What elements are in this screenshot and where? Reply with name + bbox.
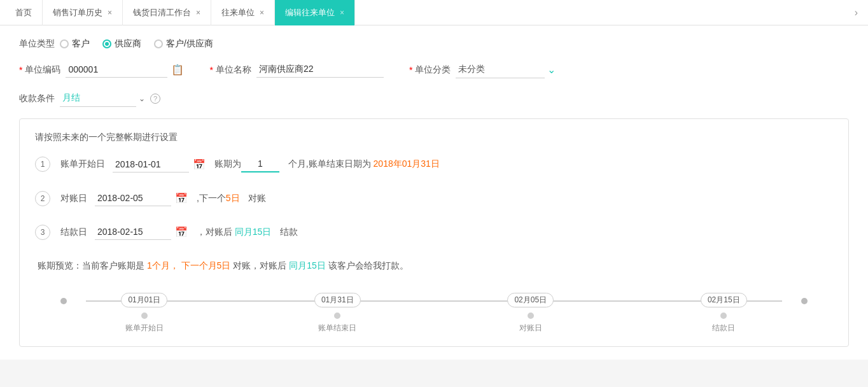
period-text-2b: 对账: [246, 193, 267, 204]
help-icon[interactable]: ?: [150, 94, 160, 104]
unit-code-input[interactable]: [66, 62, 167, 78]
unit-code-label: 单位编码: [25, 64, 60, 76]
required-star: *: [19, 65, 22, 75]
unit-classify-label: 单位分类: [415, 64, 451, 76]
tab-counterpart[interactable]: 往来单位 ×: [211, 0, 275, 25]
tab-cash-work[interactable]: 钱货日清工作台 ×: [123, 0, 211, 25]
required-star: *: [409, 65, 412, 75]
period-end-date: 2018年01月31日: [374, 158, 440, 170]
payment-row: 收款条件 月结 ⌄ ?: [19, 90, 849, 107]
timeline-label-4: 结款日: [712, 323, 735, 334]
close-icon[interactable]: ×: [260, 8, 264, 17]
timeline-label-1: 账单开始日: [125, 323, 164, 334]
period-text-3b: 结款: [277, 227, 298, 238]
calendar-icon[interactable]: 📅: [193, 158, 206, 171]
preview-reconcile: 下一个月5日: [181, 260, 231, 271]
calendar-icon[interactable]: 📅: [175, 192, 188, 204]
unit-type-row: 单位类型 客户 供应商 客户/供应商: [19, 38, 849, 50]
timeline-dot-1: [141, 313, 148, 319]
tab-home[interactable]: 首页: [5, 0, 43, 25]
period-box-title: 请按照未来的一个完整帐期进行设置: [35, 132, 833, 143]
radio-both[interactable]: 客户/供应商: [154, 38, 213, 50]
timeline-points: 01月01日 账单开始日 01月31日 账单结束日 02月05日 对账日 02月…: [48, 293, 820, 334]
close-icon[interactable]: ×: [196, 8, 200, 17]
preview-payment: 同月15日: [289, 260, 326, 271]
period-field-label-3: 结款日: [60, 227, 87, 238]
start-date-input[interactable]: [113, 157, 189, 172]
payment-dropdown: 月结 ⌄: [60, 90, 145, 107]
timeline-dot-3: [528, 313, 534, 319]
timeline-label-2: 账单结束日: [318, 323, 356, 334]
payment-label: 收款条件: [19, 93, 55, 104]
preview-months: 1个月，: [147, 260, 179, 271]
period-row-2: 2 对账日 📅 ,下一个 5日 对账: [35, 190, 833, 206]
unit-name-group: * 单位名称: [209, 62, 383, 78]
period-text-months: 个月,账单结束日期为: [286, 158, 374, 170]
timeline-point-1: 01月01日 账单开始日: [48, 293, 241, 334]
period-box: 请按照未来的一个完整帐期进行设置 1 账单开始日 📅 账期为 个月,账单结束日期…: [19, 118, 849, 347]
payment-date-input[interactable]: [95, 224, 171, 240]
period-num-3: 3: [35, 225, 50, 240]
period-row-1: 1 账单开始日 📅 账期为 个月,账单结束日期为 2018年01月31日: [35, 156, 833, 172]
timeline-badge-1: 01月01日: [121, 293, 167, 307]
required-star: *: [209, 65, 213, 75]
unit-classify-group: * 单位分类 未分类 ⌄: [409, 61, 556, 78]
tab-edit-counterpart[interactable]: 编辑往来单位 ×: [275, 0, 355, 25]
unit-info-row: * 单位编码 📋 * 单位名称 * 单位分类 未分类 ⌄: [19, 61, 849, 78]
preview-suffix: 该客户会给我打款。: [328, 260, 409, 271]
period-field-label-2: 对账日: [60, 193, 87, 204]
period-reconcile-highlight: 5日: [226, 193, 240, 204]
timeline-badge-4: 02月15日: [701, 293, 747, 307]
preview-text: 账期预览：当前客户账期是 1个月， 下一个月5日 对账，对账后 同月15日 该客…: [35, 258, 833, 274]
timeline-badge-2: 01月31日: [314, 293, 361, 307]
timeline-badge-3: 02月05日: [507, 293, 554, 307]
period-num-2: 2: [35, 191, 50, 206]
tab-sales-history[interactable]: 销售订单历史 ×: [43, 0, 123, 25]
period-num-1: 1: [35, 157, 50, 172]
close-icon[interactable]: ×: [340, 8, 344, 17]
timeline-point-4: 02月15日 结款日: [627, 293, 821, 334]
timeline-point-2: 01月31日 账单结束日: [241, 293, 435, 334]
radio-circle-customer: [60, 39, 69, 48]
radio-circle-supplier: [102, 39, 111, 48]
period-payment-highlight: 同月15日: [235, 227, 272, 238]
unit-name-label: 单位名称: [216, 64, 251, 76]
timeline: 01月01日 账单开始日 01月31日 账单结束日 02月05日 对账日 02月…: [35, 293, 833, 334]
chevron-down-icon[interactable]: ⌄: [547, 64, 556, 76]
tab-bar: 首页 销售订单历史 × 钱货日清工作台 × 往来单位 × 编辑往来单位 × ›: [0, 0, 868, 25]
period-text-3a: ，对账后: [194, 227, 235, 238]
unit-name-input[interactable]: [256, 62, 384, 78]
preview-label: 账期预览：当前客户账期是: [38, 260, 144, 271]
radio-supplier[interactable]: 供应商: [102, 38, 141, 50]
unit-code-group: * 单位编码 📋: [19, 62, 184, 78]
timeline-label-3: 对账日: [519, 323, 542, 334]
unit-classify-value: 未分类: [456, 61, 545, 78]
payment-value[interactable]: 月结: [60, 90, 136, 107]
unit-type-label: 单位类型: [19, 38, 55, 50]
close-icon[interactable]: ×: [108, 8, 112, 17]
radio-circle-both: [154, 39, 163, 48]
document-icon[interactable]: 📋: [171, 64, 184, 76]
preview-mid: 对账，对账后: [233, 260, 286, 271]
period-field-label-1: 账单开始日: [60, 158, 105, 170]
calendar-icon[interactable]: 📅: [175, 226, 188, 238]
period-row-3: 3 结款日 📅 ，对账后 同月15日 结款: [35, 224, 833, 240]
radio-customer[interactable]: 客户: [60, 38, 90, 50]
timeline-dot-4: [720, 313, 727, 319]
radio-group: 客户 供应商 客户/供应商: [60, 38, 213, 50]
timeline-point-3: 02月05日 对账日: [434, 293, 627, 334]
period-text-2a: ,下一个: [194, 193, 226, 204]
chevron-down-icon[interactable]: ⌄: [139, 94, 145, 103]
timeline-dot-2: [334, 313, 340, 319]
tab-arrow[interactable]: ›: [850, 7, 863, 18]
reconcile-date-input[interactable]: [95, 190, 171, 206]
main-content: 单位类型 客户 供应商 客户/供应商 * 单位编码 📋 * 单位名称: [0, 25, 868, 360]
months-input[interactable]: [241, 156, 279, 172]
period-text-1: 账期为: [212, 158, 241, 170]
